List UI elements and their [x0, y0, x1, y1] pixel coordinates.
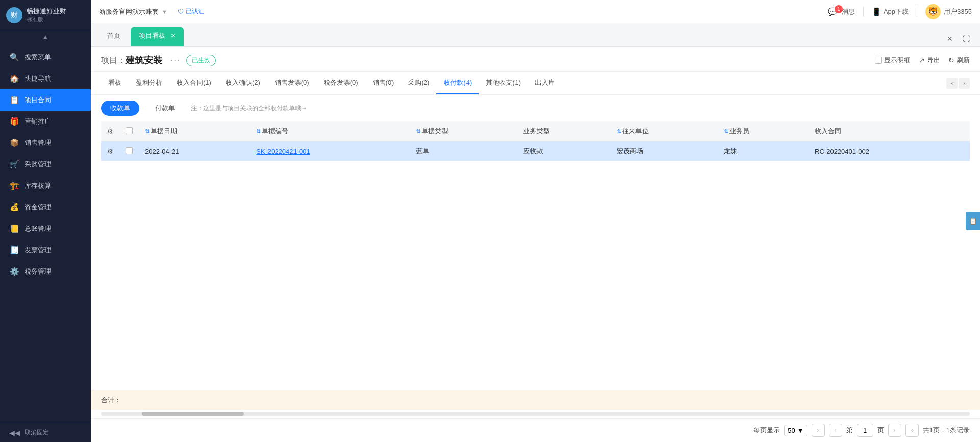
sidebar-item-2[interactable]: 📋 项目合同 [0, 89, 91, 111]
tab-close-icon[interactable]: ✕ [170, 32, 176, 39]
sidebar-item-8[interactable]: 📒 总账管理 [0, 218, 91, 239]
nav-label-5: 采购管理 [24, 160, 51, 169]
table-container[interactable]: ⚙ ⇅单据日期 ⇅单据编号 ⇅单据类型 业务类型 ⇅往来单位 ⇅业务员 收入合同 [91, 121, 980, 390]
tab-home[interactable]: 首页 [99, 27, 129, 46]
sub-tab-7[interactable]: 采购(2) [401, 72, 436, 94]
table-row[interactable]: ⚙ 2022-04-21 SK-20220421-001 蓝单 应收款 宏茂商场… [101, 141, 970, 161]
topbar-divider1 [863, 7, 864, 17]
row-check-0[interactable] [119, 141, 139, 161]
sub-tab-2[interactable]: 收入合同(1) [169, 72, 218, 94]
sidebar-item-9[interactable]: 🧾 发票管理 [0, 239, 91, 261]
messages-action[interactable]: 💬 1 消息 [828, 7, 855, 16]
row-gear-0[interactable]: ⚙ [101, 141, 119, 161]
col-salesperson[interactable]: ⇅业务员 [718, 121, 808, 141]
sub-tab-8[interactable]: 收付款(4) [436, 72, 479, 94]
select-all-checkbox[interactable] [126, 127, 133, 134]
sub-tab-10[interactable]: 出入库 [528, 72, 562, 94]
sidebar-item-3[interactable]: 🎁 营销推广 [0, 111, 91, 132]
sub-tab-3[interactable]: 收入确认(2) [218, 72, 267, 94]
show-detail-toggle[interactable]: 显示明细 [875, 56, 911, 65]
sidebar-item-7[interactable]: 💰 资金管理 [0, 197, 91, 218]
sub-tab-next-btn[interactable]: › [959, 78, 970, 89]
hscroll-thumb[interactable] [142, 412, 244, 416]
row-date-0: 2022-04-21 [139, 141, 250, 161]
nav-label-9: 发票管理 [24, 245, 51, 255]
sidebar-item-4[interactable]: 📦 销售管理 [0, 132, 91, 154]
col-contract: 收入合同 [808, 121, 970, 141]
sub-tab-1[interactable]: 盈利分析 [129, 72, 169, 94]
sidebar-item-1[interactable]: 🏠 快捷导航 [0, 68, 91, 89]
col-partner[interactable]: ⇅往来单位 [610, 121, 718, 141]
sidebar-footer[interactable]: ◀◀ 取消固定 [0, 423, 91, 442]
right-float-btn[interactable]: 📋 [966, 212, 980, 230]
topbar-divider2 [917, 7, 917, 17]
hscrollbar-row [91, 410, 980, 418]
sidebar-scroll-up[interactable]: ▲ [0, 31, 91, 42]
table-header-row: ⚙ ⇅单据日期 ⇅单据编号 ⇅单据类型 业务类型 ⇅往来单位 ⇅业务员 收入合同 [101, 121, 970, 141]
receipt-btn[interactable]: 收款单 [101, 101, 139, 116]
app-title-block: 畅捷通好业财 标准版 [27, 7, 66, 23]
col-checkbox[interactable] [119, 121, 139, 141]
col-gear[interactable]: ⚙ [101, 121, 119, 141]
next-page-btn[interactable]: › [888, 424, 901, 437]
tab-project-board[interactable]: 项目看板 ✕ [131, 27, 184, 46]
total-row: 合计： [91, 390, 980, 410]
project-header: 项目： 建筑安装 ··· 已生效 显示明细 ↗ 导出 ↻ 刷新 [91, 47, 980, 72]
current-page-input[interactable] [857, 424, 873, 437]
close-window-btn[interactable]: ✕ [944, 33, 955, 44]
nav-icon-5: 🛒 [9, 159, 19, 169]
sidebar-item-5[interactable]: 🛒 采购管理 [0, 154, 91, 175]
row-checkbox-0[interactable] [126, 147, 133, 154]
export-label: 导出 [927, 56, 940, 65]
total-pages-label: 共1页，1条记录 [923, 426, 970, 435]
project-more-btn[interactable]: ··· [170, 56, 180, 65]
sort-icon3: ⇅ [416, 128, 421, 134]
payment-btn[interactable]: 付款单 [145, 100, 185, 116]
last-page-btn[interactable]: » [905, 424, 919, 437]
account-name: 新服务官网演示账套 [99, 7, 159, 16]
sidebar-item-0[interactable]: 🔍 搜索菜单 [0, 46, 91, 68]
row-number-0[interactable]: SK-20220421-001 [250, 141, 409, 161]
gear-icon-row: ⚙ [107, 148, 113, 155]
phone-icon: 📱 [872, 7, 881, 16]
sub-tab-prev-btn[interactable]: ‹ [946, 78, 958, 89]
nav-label-1: 快捷导航 [24, 74, 51, 83]
show-detail-label: 显示明细 [884, 56, 911, 65]
row-number-link-0[interactable]: SK-20220421-001 [256, 148, 310, 155]
pagination: 每页显示 50 ▼ « ‹ 第 页 › » 共1页，1条记录 [91, 418, 980, 442]
prev-page-btn[interactable]: ‹ [829, 424, 842, 437]
project-label-prefix: 项目： [101, 55, 126, 66]
certified-badge: 🛡 已认证 [178, 7, 204, 16]
sub-tab-9[interactable]: 其他收支(1) [479, 72, 528, 94]
nav-icon-0: 🔍 [9, 52, 19, 62]
main-content: 新服务官网演示账套 ▼ 🛡 已认证 💬 1 消息 📱 App下载 [91, 0, 980, 442]
col-type[interactable]: ⇅单据类型 [410, 121, 517, 141]
show-detail-checkbox[interactable] [875, 57, 882, 64]
app-logo: 财 [6, 7, 22, 23]
sub-tab-6[interactable]: 销售(0) [365, 72, 401, 94]
per-page-select[interactable]: 50 ▼ [784, 425, 807, 436]
refresh-label: 刷新 [957, 56, 970, 65]
sidebar-item-6[interactable]: 🏗️ 库存核算 [0, 175, 91, 197]
sidebar-item-10[interactable]: ⚙️ 税务管理 [0, 261, 91, 282]
user-action[interactable]: 🐯 用户3355 [925, 4, 972, 19]
account-selector[interactable]: 新服务官网演示账套 ▼ [99, 7, 167, 16]
sub-tab-0[interactable]: 看板 [101, 72, 129, 94]
sort-icon4: ⇅ [617, 128, 621, 134]
nav-label-4: 销售管理 [24, 138, 51, 148]
sub-tab-5[interactable]: 税务发票(0) [316, 72, 365, 94]
app-download-action[interactable]: 📱 App下载 [872, 7, 909, 16]
col-date[interactable]: ⇅单据日期 [139, 121, 250, 141]
export-btn[interactable]: ↗ 导出 [919, 56, 940, 65]
col-number[interactable]: ⇅单据编号 [250, 121, 409, 141]
nav-label-6: 库存核算 [24, 181, 51, 190]
sub-tab-4[interactable]: 销售发票(0) [267, 72, 316, 94]
sidebar-nav: 🔍 搜索菜单 🏠 快捷导航 📋 项目合同 🎁 营销推广 📦 销售管理 🛒 采购管… [0, 42, 91, 423]
hscroll-bar[interactable] [101, 412, 970, 416]
tabbar: 首页 项目看板 ✕ ✕ ⛶ [91, 23, 980, 47]
content-area: 项目： 建筑安装 ··· 已生效 显示明细 ↗ 导出 ↻ 刷新 [91, 47, 980, 442]
first-page-btn[interactable]: « [812, 424, 825, 437]
sidebar-header: 财 畅捷通好业财 标准版 [0, 0, 91, 31]
refresh-btn[interactable]: ↻ 刷新 [948, 56, 970, 65]
maximize-window-btn[interactable]: ⛶ [961, 33, 972, 44]
